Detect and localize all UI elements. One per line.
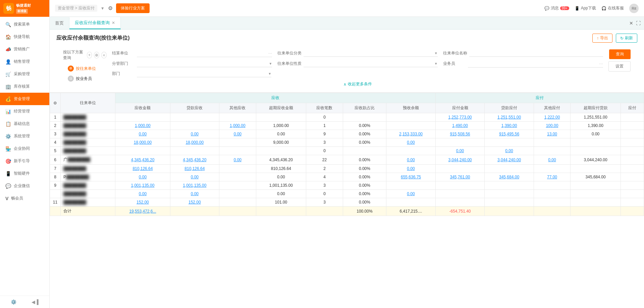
- tab-ar-ap[interactable]: 应收应付余额查询 ✕: [69, 17, 121, 29]
- overdue-ap-col[interactable]: 超期应付货款: [571, 103, 621, 113]
- settings-gear-icon[interactable]: ⚙: [108, 5, 113, 11]
- partner-nature-arrow-icon[interactable]: ▼: [434, 62, 438, 65]
- ar-amount-cell[interactable]: 152.00: [115, 198, 170, 207]
- prepay-balance-cell[interactable]: 0.00: [386, 138, 436, 147]
- sidebar-item-purchase[interactable]: 🛒 采购管理: [0, 68, 49, 80]
- loan-ar-cell[interactable]: 0.00: [170, 130, 219, 138]
- tab-fullscreen-icon[interactable]: ⛶: [636, 20, 641, 26]
- ar-amount-col[interactable]: 应收金额: [115, 103, 170, 113]
- prepay-balance-cell[interactable]: 0.00: [386, 165, 436, 173]
- app-download-button[interactable]: 📱 App下载: [575, 5, 596, 11]
- add-filter-button[interactable]: +: [87, 52, 92, 58]
- loan-ap-cell[interactable]: 3,044,240.00: [485, 155, 534, 165]
- query-button[interactable]: 查询: [609, 49, 631, 59]
- ap-amount-cell[interactable]: 1,490.00: [435, 122, 485, 130]
- ar-amount-cell[interactable]: 18,000.00: [115, 138, 170, 147]
- other-ar-cell[interactable]: 1,000.00: [219, 122, 256, 130]
- sidebar-item-member[interactable]: V 畅会员: [0, 192, 49, 205]
- collapse-button[interactable]: ∧ 收起更多条件: [112, 81, 603, 87]
- chevron-down-icon[interactable]: ▼: [101, 6, 105, 11]
- partner-name-input[interactable]: [469, 51, 603, 55]
- ar-ratio-col[interactable]: 应收款占比: [343, 103, 386, 113]
- ar-count-col[interactable]: 应收笔数: [306, 103, 343, 113]
- ar-amount-cell[interactable]: 0.00: [115, 173, 170, 181]
- col-settings-icon[interactable]: ⚙: [53, 101, 57, 105]
- partner-category-input[interactable]: [304, 51, 434, 55]
- salesman-input[interactable]: [468, 61, 599, 66]
- loan-ap-cell[interactable]: 915,495.56: [485, 130, 534, 138]
- sidebar-item-inventory[interactable]: 🏢 库存核算: [0, 80, 49, 93]
- ap-amount-cell[interactable]: 3,044,240.00: [435, 155, 485, 165]
- other-ar-cell[interactable]: 0.00: [219, 130, 256, 138]
- dept-manager-input[interactable]: [137, 61, 269, 66]
- settings-button[interactable]: 设置: [608, 61, 631, 72]
- promo-button[interactable]: 体验行业方案: [116, 3, 150, 13]
- sidebar-item-search[interactable]: 🔍 搜索菜单: [0, 18, 49, 31]
- summary-ar-amount[interactable]: 19,553,472,6...: [115, 207, 170, 216]
- loan-ar-cell[interactable]: 152.00: [170, 198, 219, 207]
- loan-ar-cell[interactable]: 0.00: [170, 190, 219, 198]
- ap-more-col[interactable]: 应付: [621, 103, 644, 113]
- other-ap-cell[interactable]: 0.00: [534, 155, 570, 165]
- ar-amount-cell[interactable]: 4,345,436.20: [115, 155, 170, 165]
- dept-manager-arrow-icon[interactable]: ▼: [269, 62, 272, 65]
- settlement-unit-dots-icon[interactable]: ···: [268, 50, 272, 56]
- partner-nature-input[interactable]: [304, 61, 434, 66]
- sidebar-settings-button[interactable]: ⚙️: [11, 299, 16, 305]
- table-container[interactable]: ⚙ 往来单位 应收 应付 应收金额 贷款应收 其他应收 超期应收金额 应收笔数: [50, 93, 644, 308]
- ar-amount-cell[interactable]: 1,001,135.00: [115, 181, 170, 190]
- filter-collapse-icon[interactable]: «: [101, 52, 107, 58]
- partner-category-arrow-icon[interactable]: ▼: [434, 51, 438, 55]
- sidebar-item-corp[interactable]: 🏪 企业协同: [0, 142, 49, 155]
- loan-ar-col[interactable]: 贷款应收: [170, 103, 219, 113]
- other-ap-cell[interactable]: 13.00: [534, 130, 570, 138]
- sidebar-item-system[interactable]: ⚙️ 系统管理: [0, 130, 49, 142]
- query-by-salesman[interactable]: 业 按业务员: [64, 74, 107, 84]
- other-ap-cell[interactable]: 100.00: [534, 122, 570, 130]
- ap-amount-cell[interactable]: 345,761.00: [435, 173, 485, 181]
- settlement-unit-input[interactable]: [137, 51, 268, 55]
- ap-amount-cell[interactable]: 1,252,773.00: [435, 113, 485, 122]
- sidebar-item-quick-nav[interactable]: 🏠 快捷导航: [0, 31, 49, 43]
- overdue-ar-col[interactable]: 超期应收金额: [256, 103, 306, 113]
- refresh-button[interactable]: ↻ 刷新: [616, 34, 637, 43]
- tab-close-all-icon[interactable]: ✕: [629, 20, 633, 26]
- sidebar-item-hardware[interactable]: 📱 智能硬件: [0, 167, 49, 180]
- message-button[interactable]: 💬 消息 99+: [544, 5, 569, 11]
- loan-ap-col[interactable]: 贷款应付: [485, 103, 534, 113]
- loan-ar-cell[interactable]: 18,000.00: [170, 138, 219, 147]
- sidebar-item-wechat[interactable]: 💬 企业微信: [0, 180, 49, 192]
- sidebar-item-guide[interactable]: 🎯 新手引导: [0, 155, 49, 167]
- ap-amount-cell[interactable]: 915,508.56: [435, 130, 485, 138]
- tab-home[interactable]: 首页: [50, 17, 69, 29]
- sidebar-item-basic[interactable]: 📋 基础信息: [0, 118, 49, 130]
- salesman-dots-icon[interactable]: ···: [599, 61, 603, 66]
- export-button[interactable]: ↑ 导出: [592, 34, 612, 43]
- prepay-balance-cell[interactable]: 2,153,333.00: [386, 130, 436, 138]
- online-service-button[interactable]: 🎧 在线客服: [601, 5, 624, 11]
- sidebar-item-finance[interactable]: 💰 资金管理: [0, 93, 49, 105]
- ar-amount-cell[interactable]: 0.00: [115, 130, 170, 138]
- loan-ap-cell[interactable]: 345,684.00: [485, 173, 534, 181]
- loan-ap-cell[interactable]: 1,251,551.00: [485, 113, 534, 122]
- user-avatar[interactable]: Rit: [629, 4, 639, 13]
- other-ap-col[interactable]: 其他应付: [534, 103, 570, 113]
- ap-amount-cell[interactable]: 0.00: [435, 147, 485, 155]
- prepay-balance-cell[interactable]: 0.00: [386, 190, 436, 198]
- loan-ar-cell[interactable]: 810,126.64: [170, 165, 219, 173]
- other-ar-col[interactable]: 其他应收: [219, 103, 256, 113]
- loan-ar-cell[interactable]: 0.00: [170, 173, 219, 181]
- query-by-unit[interactable]: 单 按往来单位: [64, 63, 107, 74]
- ar-amount-cell[interactable]: 810,126.64: [115, 165, 170, 173]
- prepay-balance-cell[interactable]: 0.00: [386, 155, 436, 165]
- loan-ap-cell[interactable]: 0.00: [485, 147, 534, 155]
- loan-ar-cell[interactable]: 4,345,436.20: [170, 155, 219, 165]
- ap-amount-col[interactable]: 应付金额: [435, 103, 485, 113]
- sidebar-item-sales[interactable]: 👤 销售管理: [0, 55, 49, 68]
- settings-col-header[interactable]: ⚙: [50, 93, 61, 113]
- dept-arrow-icon[interactable]: ▼: [268, 72, 271, 76]
- other-ap-cell[interactable]: 77.00: [534, 173, 570, 181]
- prepay-balance-col[interactable]: 预收余额: [386, 103, 436, 113]
- sidebar-item-operations[interactable]: 📊 经营管理: [0, 105, 49, 118]
- ar-amount-cell[interactable]: 1,000.00: [115, 122, 170, 130]
